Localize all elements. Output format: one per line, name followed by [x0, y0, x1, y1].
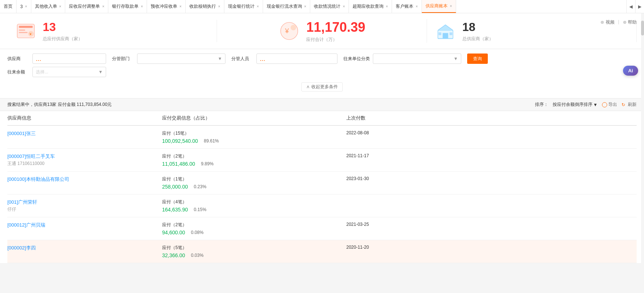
tab-advance-receipt[interactable]: 预收冲应收单 ×	[147, 0, 186, 13]
transaction-cell-2: 应付（1笔） 258,000.00 0.23%	[162, 176, 346, 190]
close-icon[interactable]: ×	[102, 4, 104, 8]
filter-category: 往来单位分类 ▼	[343, 54, 461, 64]
result-bar: 搜索结果中，供应商13家 应付金额 111,703,854.00元 排序： 按应…	[0, 99, 644, 111]
help-link[interactable]: ⊙ 帮助	[623, 19, 637, 25]
dept-select[interactable]: ▼	[137, 54, 225, 64]
svg-rect-11	[438, 32, 441, 35]
close-icon[interactable]: ×	[141, 4, 143, 8]
supplier-link-2[interactable]: [000100]本特勤油品有限公司	[7, 176, 69, 182]
close-icon[interactable]: ×	[416, 4, 418, 8]
filter-section: 供应商 ... 分管部门 ▼ 分管人员 ... 往来单位分类 ▼ 查询	[0, 49, 644, 99]
table-row: [000100]本特勤油品有限公司 应付（1笔） 258,000.00 0.23…	[7, 172, 637, 194]
supplier-cell-4: [000012]广州贝瑞	[7, 222, 162, 228]
svg-point-6	[281, 23, 298, 40]
supplier-link-3[interactable]: [001]广州荣轩	[7, 199, 37, 205]
filter-balance: 往来余额 选择... ▼	[7, 67, 106, 77]
video-link[interactable]: ⊙ 视频	[601, 19, 614, 25]
nav-prev-button[interactable]: ◀	[626, 0, 635, 13]
close-icon[interactable]: ×	[25, 4, 27, 8]
lastpay-date-1: 2021-11-17	[346, 153, 369, 158]
tab-3-label: 3	[20, 4, 23, 9]
table-row: [001]广州荣轩 仔仔 应付（4笔） 164,635.90 0.15%	[7, 194, 637, 217]
tab-cash-bank-flow[interactable]: 现金银行流水查询 ×	[263, 0, 311, 13]
close-icon[interactable]: ×	[343, 4, 345, 8]
svg-rect-3	[19, 32, 27, 33]
card1-number: 13	[43, 20, 83, 34]
tx-amount-3[interactable]: 164,635.90	[162, 207, 188, 213]
tx-amount-1[interactable]: 11,051,486.00	[162, 161, 195, 167]
scrollbar-thumb[interactable]	[641, 21, 644, 35]
scrollbar-track[interactable]	[641, 13, 644, 263]
svg-rect-1	[19, 26, 32, 28]
tx-pct-4: 0.08%	[191, 230, 203, 235]
card1-info: 13 总应付供应商（家）	[43, 20, 83, 42]
filter-person: 分管人员 ...	[231, 54, 337, 64]
balance-placeholder: 选择...	[36, 69, 48, 75]
person-input[interactable]: ...	[256, 54, 337, 64]
filter-row-2: 往来余额 选择... ▼	[7, 67, 637, 77]
supplier-link-5[interactable]: [000002]李四	[7, 245, 36, 251]
supplier-link-4[interactable]: [000012]广州贝瑞	[7, 222, 45, 228]
col-header-transaction: 应付交易信息（占比）	[162, 115, 346, 121]
supplier-cell-5: [000002]李四	[7, 245, 162, 251]
tab-ar-adjust[interactable]: 应收应付调整单 ×	[65, 0, 108, 13]
tab-3[interactable]: 3 ×	[17, 0, 31, 13]
supplier-link-1[interactable]: [000007]恒旺二手叉车	[7, 154, 55, 159]
refresh-button[interactable]: ↻ 刷新	[622, 101, 637, 108]
top-right-links: ⊙ 视频 | ⊙ 帮助	[601, 19, 637, 25]
tab-advance-receipt-label: 预收冲应收单	[151, 3, 177, 10]
tab-customer-ledger[interactable]: 客户账本 ×	[392, 0, 422, 13]
close-icon[interactable]: ×	[218, 4, 220, 8]
supplier-input-dots: ...	[36, 55, 41, 63]
tx-pct-1: 9.89%	[201, 161, 214, 166]
supplier-link-0[interactable]: [000001]张三	[7, 131, 36, 136]
query-button[interactable]: 查询	[467, 54, 488, 64]
nav-next-button[interactable]: ▶	[635, 0, 644, 13]
tx-amount-4[interactable]: 94,600.00	[162, 230, 185, 235]
close-icon[interactable]: ×	[386, 4, 388, 8]
tx-row-4: 94,600.00 0.08%	[162, 230, 346, 235]
ai-button[interactable]: Ai	[623, 66, 638, 76]
card2-number: 11,170.39	[306, 19, 365, 35]
filter-dept: 分管部门 ▼	[112, 54, 225, 64]
table-row: [000012]广州贝瑞 应付（2笔） 94,600.00 0.08% 2021…	[7, 217, 637, 240]
svg-text:¥: ¥	[29, 32, 32, 36]
tab-other-income[interactable]: 其他收入单 ×	[31, 0, 66, 13]
close-icon[interactable]: ×	[450, 4, 452, 8]
tab-collection-exec[interactable]: 收款核销执行 ×	[186, 0, 224, 13]
card2-label: 应付合计（万）	[306, 37, 365, 43]
tx-pct-3: 0.15%	[194, 207, 206, 212]
collapse-button[interactable]: ∧ 收起更多条件	[301, 82, 342, 92]
tx-count-1: 应付（2笔）	[162, 153, 346, 159]
summary-card-payable-total: ¥ 11,170.39 应付合计（万）	[217, 19, 427, 43]
close-icon[interactable]: ×	[257, 4, 259, 8]
tx-row-1: 11,051,486.00 9.89%	[162, 161, 346, 167]
tab-bank-deposit[interactable]: 银行存取款单 ×	[108, 0, 147, 13]
tab-other-income-label: 其他收入单	[35, 3, 57, 10]
card3-number: 18	[462, 20, 493, 34]
category-label: 往来单位分类	[343, 56, 370, 62]
tx-amount-0[interactable]: 100,092,540.00	[162, 138, 198, 144]
svg-rect-12	[449, 32, 452, 35]
close-icon[interactable]: ×	[304, 4, 307, 8]
close-icon[interactable]: ×	[59, 4, 62, 8]
lastpay-date-5: 2020-11-20	[346, 245, 369, 250]
balance-select[interactable]: 选择... ▼	[32, 67, 106, 77]
sort-button[interactable]: 按应付余额倒序排序 ▼	[553, 101, 598, 108]
category-select[interactable]: ▼	[373, 54, 461, 64]
tab-collection-stat[interactable]: 收款情况统计 ×	[310, 0, 349, 13]
person-input-dots: ...	[260, 55, 265, 63]
tx-amount-5[interactable]: 32,366.00	[162, 252, 185, 258]
export-button[interactable]: 导出	[602, 101, 617, 108]
tab-cash-bank-stat[interactable]: 现金银行统计 ×	[224, 0, 263, 13]
tab-supplier-ledger[interactable]: 供应商账本 ×	[422, 0, 456, 13]
supplier-input[interactable]: ...	[32, 54, 106, 64]
svg-point-8	[291, 25, 296, 30]
tab-home[interactable]: 首页	[0, 0, 17, 13]
close-icon[interactable]: ×	[179, 4, 182, 8]
tx-amount-2[interactable]: 258,000.00	[162, 184, 188, 190]
lastpay-cell-5: 2020-11-20	[346, 245, 637, 250]
tab-cash-bank-flow-label: 现金银行流水查询	[267, 3, 302, 10]
transaction-cell-4: 应付（2笔） 94,600.00 0.08%	[162, 222, 346, 235]
tab-overdue-query[interactable]: 超期应收款查询 ×	[349, 0, 392, 13]
